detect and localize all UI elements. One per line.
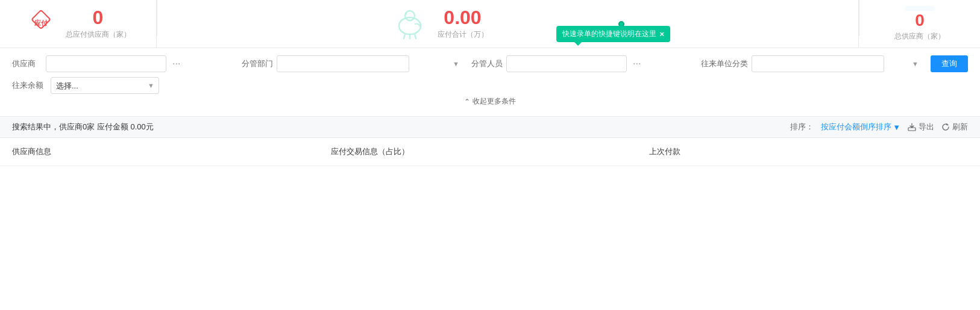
stat-total-payable: 应付 0 总应付供应商（家） [0, 0, 157, 48]
collapse-button[interactable]: ⌃ 收起更多条件 [464, 96, 516, 107]
result-actions: 排序： 按应付会额倒序排序 ▼ 导出 刷新 [790, 122, 968, 132]
svg-text:应付: 应付 [34, 19, 48, 26]
filter-row-1: 供应商 ··· 分管部门 ▼ 分管人员 ··· 往来单位分类 [12, 55, 968, 72]
refresh-icon [941, 123, 950, 131]
svg-rect-8 [908, 128, 916, 131]
dept-select-wrapper: ▼ [277, 55, 464, 72]
balance-label: 往来余额 [12, 80, 43, 91]
search-button[interactable]: 查询 [931, 55, 968, 72]
unit-class-select-wrapper: ▼ [752, 55, 923, 72]
export-label: 导出 [919, 122, 934, 132]
total-payable-suppliers-value: 0 [93, 8, 104, 27]
supplier-filter-group: 供应商 ··· [12, 55, 234, 72]
filter-area: 供应商 ··· 分管部门 ▼ 分管人员 ··· 往来单位分类 [0, 48, 980, 117]
export-icon [908, 123, 916, 131]
result-info-text: 搜索结果中，供应商0家 应付金额 0.00元 [12, 122, 154, 132]
sort-label: 排序： [790, 122, 814, 132]
col-supplier-header: 供应商信息 [12, 146, 331, 157]
dept-label: 分管部门 [242, 58, 273, 69]
filter-row-2: 往来余额 选择... ▼ [12, 77, 968, 94]
tooltip-close-button[interactable]: × [660, 29, 665, 39]
dept-select-arrow-icon: ▼ [453, 60, 459, 67]
export-button[interactable]: 导出 [908, 122, 934, 132]
stat-payable-total: 0.00 应付合计（万） 快速录单的快捷键说明在这里 × [157, 0, 859, 48]
sort-select-button[interactable]: 按应付会额倒序排序 ▼ [821, 122, 900, 132]
result-bar: 搜索结果中，供应商0家 应付金额 0.00元 排序： 按应付会额倒序排序 ▼ 导… [0, 117, 980, 138]
tooltip-text: 快速录单的快捷键说明在这里 [562, 29, 656, 39]
table-body [0, 166, 980, 310]
svg-line-4 [404, 34, 405, 39]
person-dots-button[interactable]: ··· [630, 58, 643, 69]
person-filter-group: 分管人员 ··· [471, 55, 694, 72]
unit-class-select[interactable] [752, 55, 884, 72]
unit-class-arrow-icon: ▼ [912, 60, 919, 67]
collapse-label: 收起更多条件 [473, 96, 516, 107]
dept-filter-group: 分管部门 ▼ [242, 55, 464, 72]
supplier-input[interactable] [46, 55, 166, 72]
person-input[interactable] [506, 55, 627, 72]
collapse-arrow-icon: ⌃ [464, 98, 470, 106]
table-header: 供应商信息 应付交易信息（占比） 上次付款 [0, 138, 980, 166]
stats-bar: 应付 0 总应付供应商（家） 0.00 应付合计（万） [0, 0, 980, 48]
unit-class-label: 往来单位分类 [701, 58, 748, 69]
person-label: 分管人员 [471, 58, 503, 69]
stat-total-suppliers: 0 总供应商（家） [859, 0, 980, 48]
balance-select[interactable]: 选择... [51, 77, 159, 94]
piggy-icon-area [392, 6, 428, 42]
total-suppliers-value: 0 [915, 12, 925, 29]
svg-point-3 [405, 11, 415, 20]
tooltip-bubble: 快速录单的快捷键说明在这里 × [556, 26, 671, 42]
sort-value: 按应付会额倒序排序 [821, 122, 891, 132]
payable-total-label: 应付合计（万） [438, 29, 488, 40]
supplier-label: 供应商 [12, 58, 42, 69]
balance-select-wrapper: 选择... ▼ [51, 77, 159, 94]
supplier-dots-button[interactable]: ··· [170, 58, 183, 69]
total-payable-suppliers-label: 总应付供应商（家） [66, 29, 131, 40]
total-suppliers-label: 总供应商（家） [894, 31, 945, 42]
logo-area: 应付 [26, 8, 56, 40]
payable-total-value: 0.00 [444, 8, 481, 27]
dept-select[interactable] [277, 55, 409, 72]
col-transaction-header: 应付交易信息（占比） [331, 146, 650, 157]
svg-line-6 [415, 34, 416, 39]
svg-point-7 [405, 13, 407, 14]
col-payment-header: 上次付款 [649, 146, 968, 157]
unit-class-filter-group: 往来单位分类 ▼ [701, 55, 923, 72]
sort-arrow-icon: ▼ [893, 123, 900, 132]
refresh-label: 刷新 [952, 122, 968, 132]
refresh-button[interactable]: 刷新 [941, 122, 968, 132]
